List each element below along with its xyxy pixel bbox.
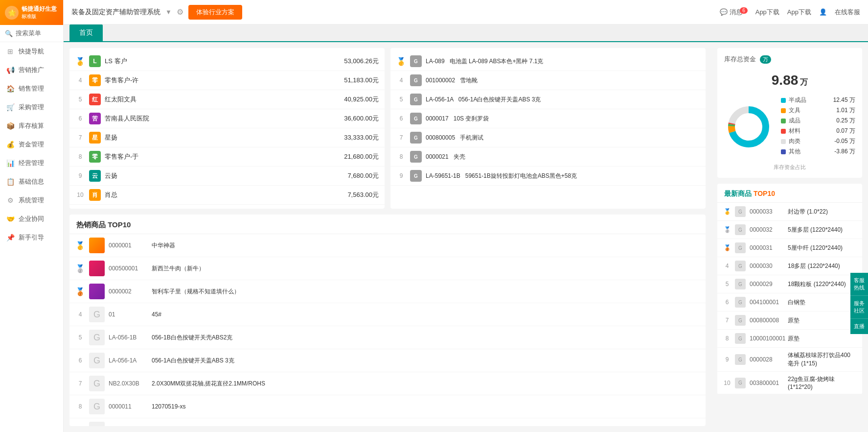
hot-name-6: 056-1A白色按键开关盖ABS 3克 bbox=[152, 357, 700, 365]
sidebar-item-finance[interactable]: 💰 资金管理 bbox=[0, 135, 63, 154]
np-code-7: 000800008 bbox=[750, 317, 784, 324]
hot-num-8: 8 bbox=[75, 403, 85, 410]
inventory-footer: 库存资金占比 bbox=[724, 164, 855, 171]
sidebar-search[interactable]: 🔍 搜索菜单 bbox=[0, 25, 63, 42]
sales-num-8: 8 bbox=[396, 153, 406, 160]
hot-num-7: 7 bbox=[75, 380, 85, 387]
system-icon: ⚙ bbox=[6, 196, 15, 205]
new-product-4: 4 G 0000030 18多层 (1220*2440) bbox=[717, 257, 862, 275]
sales-item-3: 🥇 G LA-089 电池盖 LA-089 ABS本色+黑种 7.1克 bbox=[390, 52, 706, 71]
topbar-right: 💬 消息 6 App下载 App下载 👤 在线客服 bbox=[720, 8, 860, 17]
finance-label: 资金管理 bbox=[19, 140, 44, 149]
float-btn-live[interactable]: 直播 bbox=[850, 319, 868, 334]
main-area: 装备及固定资产辅助管理系统 ▼ ⚙ 体验行业方案 💬 消息 6 App下载 Ap… bbox=[64, 0, 868, 432]
home-tab[interactable]: 首页 bbox=[69, 24, 103, 41]
sales-avatar-6: G bbox=[410, 113, 422, 124]
legend-dot-5 bbox=[781, 149, 786, 154]
sidebar-item-sales[interactable]: 🏠 销售管理 bbox=[0, 79, 63, 98]
customer-amount-9: 7,680.00元 bbox=[347, 171, 379, 180]
hot-thumb-3 bbox=[89, 284, 105, 299]
np-icon-1: G bbox=[735, 206, 746, 217]
app-download-label[interactable]: App下载 bbox=[787, 8, 811, 17]
sales-name-6: 0000017 10S 变刹罗袋 bbox=[426, 115, 700, 123]
customer-name-9: 云扬 bbox=[105, 171, 343, 180]
hot-thumb-6: G bbox=[89, 353, 105, 368]
customer-name-10: 肖总 bbox=[105, 191, 343, 199]
main-panels: 🥇 L LS 客户 53,006.26元 4 零 零售客户-许 51,183.0… bbox=[64, 42, 711, 432]
np-num-3: 🥉 bbox=[723, 244, 731, 251]
message-area[interactable]: 💬 消息 6 bbox=[720, 8, 748, 17]
rank-item-6: 6 苦 苦南县人民医院 36,600.00元 bbox=[69, 109, 385, 128]
system-title: 装备及固定资产辅助管理系统 bbox=[71, 8, 160, 17]
sidebar-item-marketing[interactable]: 📢 营销推广 bbox=[0, 61, 63, 79]
basics-label: 基础信息 bbox=[19, 177, 44, 186]
rank-num-4: 4 bbox=[75, 77, 85, 84]
np-num-8: 8 bbox=[723, 335, 731, 342]
settings-gear-icon[interactable]: ⚙ bbox=[177, 7, 183, 17]
sidebar-item-operations[interactable]: 📊 经营管理 bbox=[0, 154, 63, 172]
hot-product-4: 4 G 01 45# bbox=[69, 303, 706, 326]
inventory-amount: 9.88 bbox=[772, 72, 799, 88]
rank-num-8: 8 bbox=[75, 153, 85, 160]
float-btn-service[interactable]: 客服热线 bbox=[850, 273, 868, 296]
inventory-unit: 万 bbox=[800, 78, 808, 86]
guide-label: 新手引导 bbox=[19, 233, 44, 242]
np-icon-2: G bbox=[735, 224, 746, 235]
new-product-1: 🥇 G 0000033 封边带 (1.0*22) bbox=[717, 203, 862, 221]
rank-num-7: 7 bbox=[75, 134, 85, 141]
online-service-label[interactable]: 在线客服 bbox=[835, 8, 860, 17]
donut-legend: 半成品 12.45 万 文具 1.01 万 成品 0.25 万 bbox=[781, 96, 855, 158]
medal-gold-icon: 🥇 bbox=[75, 57, 85, 66]
sidebar-item-quick-nav[interactable]: ⊞ 快捷导航 bbox=[0, 42, 63, 61]
app-download-link[interactable]: App下载 bbox=[755, 8, 779, 17]
sales-medal-gold: 🥇 bbox=[396, 57, 406, 66]
sales-num-6: 6 bbox=[396, 115, 406, 122]
guide-icon: 📌 bbox=[6, 233, 15, 242]
np-name-4: 18多层 (1220*2440) bbox=[788, 262, 856, 270]
sidebar-item-enterprise[interactable]: 🤝 企业协同 bbox=[0, 210, 63, 228]
sales-name-5: LA-056-1A 056-1A白色按键开关盖ABS 3克 bbox=[426, 96, 700, 104]
new-product-5: 5 G 0000029 18颗粒板 (1220*2440) bbox=[717, 275, 862, 293]
hot-name-4: 45# bbox=[152, 311, 700, 318]
hot-code-5: LA-056-1B bbox=[109, 334, 148, 341]
hot-code-1: 0000001 bbox=[109, 242, 148, 249]
dropdown-arrow[interactable]: ▼ bbox=[165, 8, 172, 16]
np-name-3: 5厘中纤 (1220*2440) bbox=[788, 244, 856, 252]
np-code-5: 0000029 bbox=[750, 281, 784, 288]
sales-label: 销售管理 bbox=[19, 84, 44, 93]
legend-item-5: 其他 -3.86 万 bbox=[781, 147, 855, 156]
rank-item-9: 9 云 云扬 7,680.00元 bbox=[69, 167, 385, 186]
customer-name-3: LS 客户 bbox=[105, 57, 340, 66]
svg-point-5 bbox=[736, 114, 761, 140]
sidebar-item-purchase[interactable]: 🛒 采购管理 bbox=[0, 98, 63, 117]
new-product-2: 🥈 G 0000032 5厘多层 (1220*2440) bbox=[717, 221, 862, 239]
np-name-1: 封边带 (1.0*22) bbox=[788, 208, 856, 216]
logo-icon: 🌟 bbox=[5, 6, 19, 20]
trial-button[interactable]: 体验行业方案 bbox=[188, 5, 242, 20]
hot-product-2: 🥈 000500001 新西兰牛肉（新牛） bbox=[69, 257, 706, 280]
enterprise-icon: 🤝 bbox=[6, 215, 15, 223]
sidebar-item-inventory[interactable]: 📦 库存核算 bbox=[0, 117, 63, 135]
hot-name-3: 智利车子里（规格不知道填什么） bbox=[152, 288, 700, 296]
np-num-1: 🥇 bbox=[723, 208, 731, 215]
hot-thumb-8: G bbox=[89, 399, 105, 414]
np-name-8: 原垫 bbox=[788, 335, 856, 343]
sidebar-item-basics[interactable]: 📋 基础信息 bbox=[0, 172, 63, 191]
new-product-7: 7 G 000800008 原垫 bbox=[717, 312, 862, 330]
sales-avatar-7: G bbox=[410, 132, 422, 144]
inventory-header: 库存总资金 万 bbox=[724, 55, 855, 64]
np-num-5: 5 bbox=[723, 281, 731, 288]
sidebar-item-system[interactable]: ⚙ 系统管理 bbox=[0, 191, 63, 210]
customer-name-6: 苦南县人民医院 bbox=[105, 114, 340, 123]
sales-name-9: LA-59651-1B 59651-1B旋转投影灯电池盒ABS黑色+58克 bbox=[426, 172, 700, 180]
np-icon-10: G bbox=[735, 378, 746, 388]
float-btn-community[interactable]: 服务社区 bbox=[850, 296, 868, 319]
legend-label-2: 成品 bbox=[789, 117, 833, 125]
new-products-title: 最新商品 TOP10 bbox=[717, 184, 862, 203]
new-products-highlight: TOP10 bbox=[754, 190, 775, 197]
np-num-7: 7 bbox=[723, 317, 731, 324]
np-icon-6: G bbox=[735, 297, 746, 308]
sales-item-9: 9 G LA-59651-1B 59651-1B旋转投影灯电池盒ABS黑色+58… bbox=[390, 167, 706, 186]
sidebar-item-guide[interactable]: 📌 新手引导 bbox=[0, 228, 63, 247]
np-icon-4: G bbox=[735, 261, 746, 271]
